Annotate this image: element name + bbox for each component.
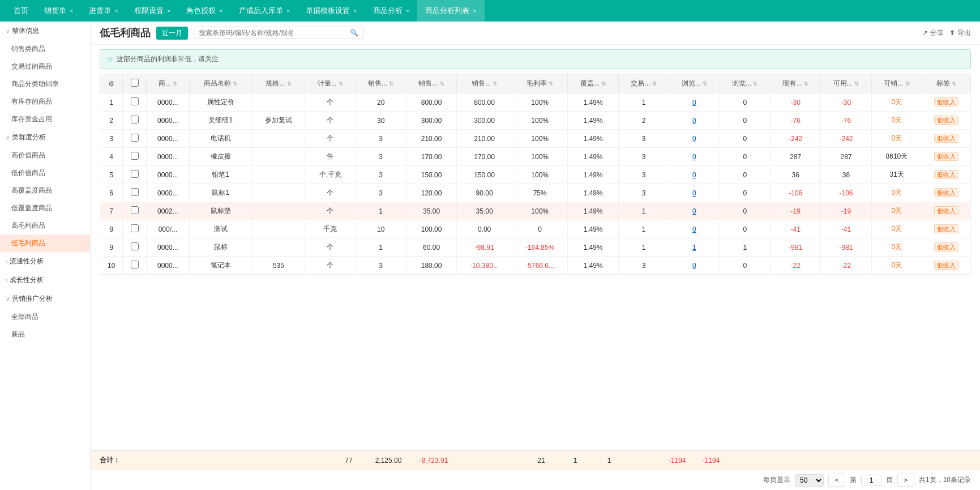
cell-browse1[interactable]: 0 — [669, 112, 720, 130]
page-number-input[interactable] — [861, 475, 881, 486]
nav-item-权限设置[interactable]: 权限设置× — [126, 0, 178, 22]
col-header-sellable[interactable]: 可销... ⇅ — [871, 74, 922, 93]
col-header-sales_price[interactable]: 销售... ⇅ — [406, 74, 456, 93]
col-header-available[interactable]: 可用... ⇅ — [821, 74, 871, 93]
col-header-gross_margin[interactable]: 毛利率 ⇅ — [512, 74, 568, 93]
col-header-tag[interactable]: 标签 ⇅ — [922, 74, 971, 93]
col-header-coverage[interactable]: 覆盖... ⇅ — [568, 74, 618, 93]
sidebar-section-类群度分析[interactable]: ∨类群度分析 — [0, 128, 90, 147]
browse-link[interactable]: 0 — [692, 262, 696, 270]
nav-item-首页[interactable]: 首页 — [6, 0, 36, 22]
nav-close-icon[interactable]: × — [114, 7, 118, 14]
nav-item-销货单[interactable]: 销货单× — [36, 0, 81, 22]
browse-link[interactable]: 0 — [692, 207, 696, 215]
sidebar-section-流通性分析[interactable]: ›流通性分析 — [0, 252, 90, 271]
cell-browse1[interactable]: 0 — [669, 130, 720, 148]
browse-link[interactable]: 0 — [692, 153, 696, 161]
cell-checkbox[interactable] — [123, 220, 146, 238]
cell-browse1[interactable]: 0 — [669, 257, 720, 275]
cell-checkbox[interactable] — [123, 112, 146, 130]
browse-link[interactable]: 1 — [692, 244, 696, 252]
sidebar-item-交易过的商品[interactable]: 交易过的商品 — [0, 58, 90, 75]
browse-link[interactable]: 0 — [692, 99, 696, 106]
nav-item-商品分析列表[interactable]: 商品分析列表× — [417, 0, 484, 22]
nav-item-产成品入库单[interactable]: 产成品入库单× — [231, 0, 298, 22]
cell-browse1[interactable]: 0 — [669, 148, 720, 166]
sidebar-item-新品[interactable]: 新品 — [0, 326, 90, 343]
cell-browse1[interactable]: 0 — [669, 202, 720, 220]
sidebar-item-低毛利商品[interactable]: 低毛利商品 — [0, 235, 90, 252]
sidebar-item-全部商品[interactable]: 全部商品 — [0, 308, 90, 326]
search-input[interactable] — [199, 29, 347, 37]
cell-checkbox[interactable] — [123, 257, 146, 275]
row-checkbox[interactable] — [131, 116, 139, 123]
row-checkbox[interactable] — [131, 97, 139, 105]
nav-close-icon[interactable]: × — [167, 7, 170, 14]
col-header-spec[interactable]: 规格... ⇅ — [252, 74, 305, 93]
sidebar-item-低价值商品[interactable]: 低价值商品 — [0, 164, 90, 182]
cell-checkbox[interactable] — [123, 166, 146, 184]
col-header-current_stock[interactable]: 现有... ⇅ — [770, 74, 820, 93]
cell-browse1[interactable]: 1 — [669, 238, 720, 257]
nav-item-商品分析[interactable]: 商品分析× — [365, 0, 417, 22]
cell-browse1[interactable]: 0 — [669, 93, 720, 112]
row-checkbox[interactable] — [131, 242, 139, 250]
row-checkbox[interactable] — [131, 188, 139, 196]
cell-checkbox[interactable] — [123, 148, 146, 166]
next-page-button[interactable]: ＞ — [897, 474, 914, 487]
col-header-transaction[interactable]: 交易... ⇅ — [618, 74, 669, 93]
sidebar-section-营销推广分析[interactable]: ∨营销推广分析 — [0, 289, 90, 308]
row-checkbox[interactable] — [131, 261, 139, 269]
nav-item-角色授权[interactable]: 角色授权× — [178, 0, 230, 22]
row-checkbox[interactable] — [131, 170, 139, 178]
col-header-unit[interactable]: 计量... ⇅ — [305, 74, 356, 93]
cell-checkbox[interactable] — [123, 184, 146, 202]
col-header-browse1[interactable]: 浏览... ⇅ — [669, 74, 720, 93]
export-button[interactable]: ⬆ 导出 — [949, 28, 971, 38]
nav-item-单据模板设置[interactable]: 单据模板设置× — [298, 0, 365, 22]
sidebar-item-低覆盖度商品[interactable]: 低覆盖度商品 — [0, 199, 90, 217]
row-checkbox[interactable] — [131, 152, 139, 160]
nav-close-icon[interactable]: × — [406, 7, 409, 14]
cell-checkbox[interactable] — [123, 202, 146, 220]
browse-link[interactable]: 0 — [692, 171, 696, 179]
sidebar-section-整体信息[interactable]: ∨整体信息 — [0, 22, 90, 40]
col-header-sales_qty[interactable]: 销售... ⇅ — [356, 74, 406, 93]
nav-close-icon[interactable]: × — [70, 7, 73, 14]
col-header-browse2[interactable]: 浏览... ⇅ — [720, 74, 770, 93]
sidebar-item-销售类商品[interactable]: 销售类商品 — [0, 40, 90, 58]
search-icon[interactable]: 🔍 — [350, 29, 358, 37]
row-checkbox[interactable] — [131, 134, 139, 142]
nav-close-icon[interactable]: × — [353, 7, 357, 14]
browse-link[interactable]: 0 — [692, 117, 696, 125]
sidebar-item-高毛利商品[interactable]: 高毛利商品 — [0, 217, 90, 235]
cell-browse1[interactable]: 0 — [669, 220, 720, 238]
col-header-code[interactable]: 商... ⇅ — [146, 74, 189, 93]
browse-link[interactable]: 0 — [692, 135, 696, 143]
sidebar-item-高价值商品[interactable]: 高价值商品 — [0, 147, 90, 164]
sidebar-item-库存资金占用[interactable]: 库存资金占用 — [0, 110, 90, 128]
browse-link[interactable]: 0 — [692, 189, 696, 197]
prev-page-button[interactable]: ＜ — [828, 474, 845, 487]
row-checkbox[interactable] — [131, 206, 139, 214]
col-header-sales_profit[interactable]: 销售... ⇅ — [457, 74, 512, 93]
sidebar-item-有库存的商品[interactable]: 有库存的商品 — [0, 93, 90, 110]
share-button[interactable]: ↗ 分享 — [922, 28, 944, 38]
row-checkbox[interactable] — [131, 224, 139, 232]
cell-checkbox[interactable] — [123, 93, 146, 112]
settings-icon[interactable]: ⚙ — [108, 80, 114, 88]
col-header-name[interactable]: 商品名称 ⇅ — [189, 74, 252, 93]
nav-close-icon[interactable]: × — [473, 7, 476, 14]
nav-close-icon[interactable]: × — [219, 7, 222, 14]
col-header-settings[interactable]: ⚙ — [100, 74, 123, 93]
nav-close-icon[interactable]: × — [286, 7, 290, 14]
sidebar-section-成长性分析[interactable]: ›成长性分析 — [0, 271, 90, 289]
browse-link[interactable]: 0 — [692, 225, 696, 233]
cell-checkbox[interactable] — [123, 130, 146, 148]
col-header-checkbox[interactable] — [123, 74, 146, 93]
cell-browse1[interactable]: 0 — [669, 184, 720, 202]
filter-button[interactable]: 近一月 — [156, 27, 188, 40]
cell-checkbox[interactable] — [123, 238, 146, 257]
select-all-checkbox[interactable] — [131, 79, 139, 87]
sidebar-item-高覆盖度商品[interactable]: 高覆盖度商品 — [0, 182, 90, 199]
